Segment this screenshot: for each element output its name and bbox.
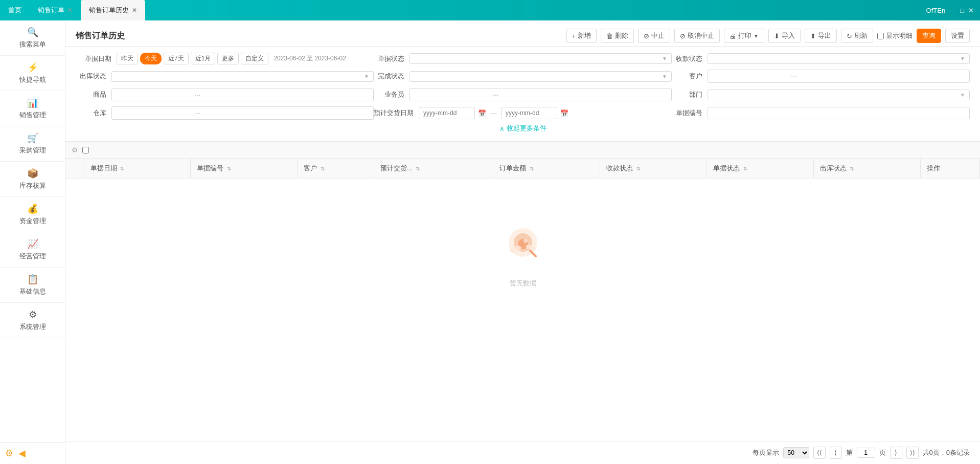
tab-sales-order-history-close[interactable]: ✕ <box>132 7 137 14</box>
date-btn-7days[interactable]: 近7天 <box>164 53 189 64</box>
maximize-btn[interactable]: □ <box>960 7 964 14</box>
date-to-input[interactable] <box>501 107 557 119</box>
print-icon: 🖨 <box>730 32 736 40</box>
plus-icon: + <box>572 32 576 40</box>
date-value: 昨天 今天 近7天 近1月 更多 自定义 2023-06-02 至 2023-0… <box>117 53 374 64</box>
tab-sales-order[interactable]: 销售订单 ✕ <box>30 0 81 20</box>
th-amount[interactable]: 订单金额 ⇅ <box>493 159 600 179</box>
receipt-status-select[interactable]: ▼ <box>708 53 970 64</box>
sidebar-collapse-icon[interactable]: ◀ <box>18 448 26 459</box>
collapse-btn[interactable]: ∧ 收起更多条件 <box>76 122 970 135</box>
settings-button[interactable]: 设置 <box>945 29 970 43</box>
sidebar-settings-icon[interactable]: ⚙ <box>5 448 13 459</box>
sidebar-item-purchase[interactable]: 🛒 采购管理 <box>0 126 65 162</box>
table-settings-icon[interactable]: ⚙ <box>72 146 78 154</box>
th-customer-label: 客户 <box>304 164 317 172</box>
display-toggle-checkbox[interactable] <box>877 33 884 39</box>
page-input[interactable] <box>857 448 875 458</box>
total-text: 共0页，0条记录 <box>923 448 970 457</box>
select-all-checkbox[interactable] <box>82 147 89 153</box>
th-out-status[interactable]: 出库状态 ⇅ <box>813 159 920 179</box>
th-expected-date[interactable]: 预计交货... ⇅ <box>374 159 493 179</box>
filter-receipt-status-section: 收款状态 ▼ <box>672 53 970 64</box>
sidebar-item-sales[interactable]: 📊 销售管理 <box>0 91 65 126</box>
table-area: ⚙ 单据日期 ⇅ 单据编号 ⇅ <box>65 142 980 441</box>
cancel-stop-icon: ⊘ <box>680 32 686 40</box>
page-suffix: 页 <box>879 448 886 457</box>
date-btn-today[interactable]: 今天 <box>140 53 162 64</box>
filter-salesman-section: 业务员 ··· <box>374 88 672 101</box>
sidebar-item-search[interactable]: 🔍 搜索菜单 <box>0 20 65 56</box>
per-page-select[interactable]: 50 10 20 100 <box>783 447 809 458</box>
often-text: OfTEn <box>926 7 946 14</box>
prev-page-btn[interactable]: ⟨ <box>830 447 842 459</box>
salesman-input[interactable] <box>414 91 491 98</box>
sidebar-item-inventory-label: 库存核算 <box>19 181 46 190</box>
system-icon: ⚙ <box>29 309 37 320</box>
bill-no-input[interactable] <box>712 109 789 117</box>
import-button[interactable]: ⬇ 导入 <box>768 29 801 43</box>
tab-sales-order-history[interactable]: 销售订单历史 ✕ <box>81 0 145 20</box>
sidebar-item-quick-nav[interactable]: ⚡ 快捷导航 <box>0 56 65 91</box>
th-no-sort-icon: ⇅ <box>227 166 231 171</box>
cal-to-icon[interactable]: 📅 <box>560 109 568 117</box>
sidebar-item-operations[interactable]: 📈 经营管理 <box>0 232 65 268</box>
bill-status-select[interactable]: ▼ <box>409 53 672 64</box>
customer-input[interactable] <box>712 73 789 80</box>
refresh-button[interactable]: ↻ 刷新 <box>841 29 873 43</box>
cal-from-icon[interactable]: 📅 <box>478 109 486 117</box>
date-btn-yesterday[interactable]: 昨天 <box>117 53 138 64</box>
complete-status-label: 完成状态 <box>374 72 409 81</box>
filter-out-status-section: 出库状态 ▼ <box>76 71 374 82</box>
print-button[interactable]: 🖨 打印 ▼ <box>724 29 764 43</box>
th-date[interactable]: 单据日期 ⇅ <box>84 159 191 179</box>
sidebar-item-purchase-label: 采购管理 <box>19 146 46 155</box>
delete-button[interactable]: 🗑 删除 <box>601 29 634 43</box>
out-status-select[interactable]: ▼ <box>111 71 374 82</box>
next-page-btn[interactable]: ⟩ <box>890 447 902 459</box>
tab-sales-order-close[interactable]: ✕ <box>67 7 73 14</box>
th-receipt-status[interactable]: 收款状态 ⇅ <box>600 159 707 179</box>
date-from-input[interactable] <box>419 107 475 119</box>
th-customer[interactable]: 客户 ⇅ <box>298 159 374 179</box>
inventory-icon: 📦 <box>27 168 38 179</box>
date-btn-1month[interactable]: 近1月 <box>191 53 216 64</box>
tab-home[interactable]: 首页 <box>0 0 30 20</box>
sidebar: 🔍 搜索菜单 ⚡ 快捷导航 📊 销售管理 🛒 采购管理 📦 库存核算 💰 资金管… <box>0 20 65 464</box>
warehouse-input[interactable] <box>116 109 193 117</box>
sidebar-item-inventory[interactable]: 📦 库存核算 <box>0 162 65 197</box>
complete-status-select[interactable]: ▼ <box>409 71 672 82</box>
th-bill-status-sort-icon: ⇅ <box>743 166 747 171</box>
th-date-sort-icon: ⇅ <box>120 166 124 171</box>
dept-select[interactable]: ▼ <box>708 90 970 100</box>
th-bill-status[interactable]: 单据状态 ⇅ <box>707 159 814 179</box>
warehouse-more-icon[interactable]: ··· <box>193 109 203 117</box>
close-btn[interactable]: ✕ <box>968 7 974 14</box>
date-quick-btns: 昨天 今天 近7天 近1月 更多 自定义 <box>117 53 268 64</box>
sidebar-item-base-info[interactable]: 📋 基础信息 <box>0 268 65 303</box>
goods-label: 商品 <box>76 90 111 99</box>
date-btn-more[interactable]: 更多 <box>217 53 239 64</box>
filter-goods-section: 商品 ··· <box>76 88 374 101</box>
th-no[interactable]: 单据编号 ⇅ <box>191 159 298 179</box>
sidebar-item-system[interactable]: ⚙ 系统管理 <box>0 303 65 338</box>
query-button[interactable]: 查询 <box>917 29 941 43</box>
display-toggle[interactable]: 显示明细 <box>877 31 913 40</box>
per-page-label: 每页显示 <box>753 448 779 457</box>
stop-icon: ⊘ <box>644 32 649 40</box>
goods-more-icon[interactable]: ··· <box>193 91 203 99</box>
export-button[interactable]: ⬆ 导出 <box>805 29 837 43</box>
filter-row-3: 商品 ··· 业务员 ··· 部门 <box>76 88 970 101</box>
minimize-btn[interactable]: — <box>949 7 956 14</box>
last-page-btn[interactable]: ⟩⟩ <box>906 447 919 459</box>
sidebar-item-finance[interactable]: 💰 资金管理 <box>0 197 65 232</box>
customer-more-icon[interactable]: ··· <box>789 72 799 80</box>
stop-button[interactable]: ⊘ 中止 <box>638 29 670 43</box>
cancel-stop-button[interactable]: ⊘ 取消中止 <box>674 29 720 43</box>
date-btn-custom[interactable]: 自定义 <box>241 53 268 64</box>
salesman-more-icon[interactable]: ··· <box>491 91 501 99</box>
complete-status-arrow-icon: ▼ <box>662 74 667 79</box>
new-button[interactable]: + 新增 <box>566 29 597 43</box>
first-page-btn[interactable]: ⟨⟨ <box>813 447 826 459</box>
goods-input[interactable] <box>116 91 193 98</box>
